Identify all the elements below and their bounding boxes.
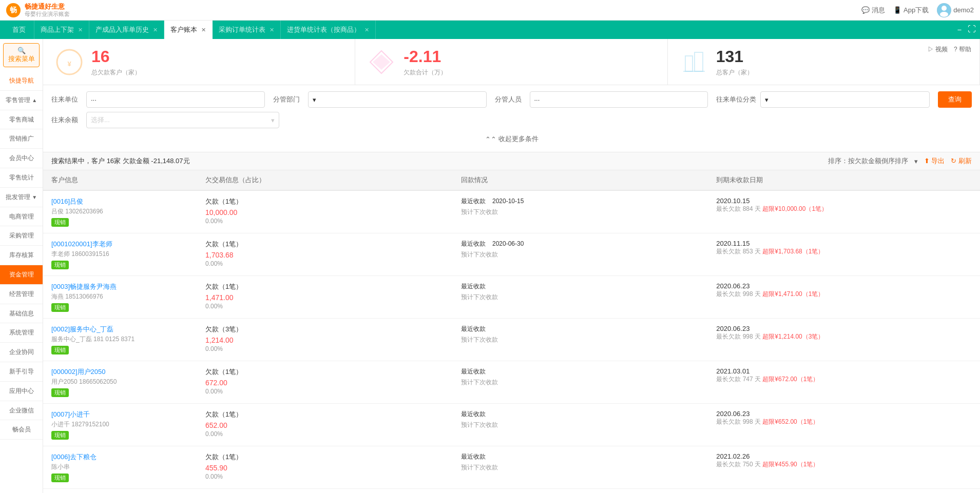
sidebar-item-wechat[interactable]: 企业微信 <box>0 401 43 421</box>
tab-customer-account[interactable]: 客户账本 ✕ <box>164 21 213 39</box>
tab-production-history-close[interactable]: ✕ <box>153 27 158 33</box>
tab-goods-stats-label: 进货单统计表（按商品） <box>287 25 360 34</box>
sidebar-item-operations[interactable]: 经营管理 <box>0 285 43 304</box>
overdue-amount-4[interactable]: 超限¥672.00（1笔） <box>762 376 819 383</box>
filter-department: 分管部门 ▾ <box>273 91 487 108</box>
sidebar-item-apps[interactable]: 应用中心 <box>0 382 43 401</box>
tab-bar: 首页 商品上下架 ✕ 产成品入库单历史 ✕ 客户账本 ✕ 采购订单统计表 ✕ 进… <box>0 21 980 39</box>
debt-amount-4: 672.00 <box>205 379 461 387</box>
tab-product-onoff[interactable]: 商品上下架 ✕ <box>34 21 89 39</box>
help-btn[interactable]: ? 帮助 <box>954 45 971 54</box>
user-avatar[interactable]: demo2 <box>937 3 974 17</box>
debt-amount-6: 455.90 <box>205 464 461 472</box>
filter-manager-input[interactable]: ··· <box>530 91 708 108</box>
refresh-btn[interactable]: ↻ 刷新 <box>951 156 972 166</box>
customer-sub-5: 小进千 18279152100 <box>51 420 205 429</box>
export-btn[interactable]: ⬆ 导出 <box>924 156 945 166</box>
building-icon <box>680 48 708 76</box>
customer-sub-3: 服务中心_丁磊 181 0125 8371 <box>51 335 205 344</box>
sidebar-item-quick-nav[interactable]: 快捷导航 <box>0 71 43 91</box>
customer-info-5: [0007]小进千 小进千 18279152100 现销 <box>51 410 205 440</box>
tab-purchase-stats-close[interactable]: ✕ <box>270 27 274 33</box>
sidebar-item-purchase[interactable]: 采购管理 <box>0 226 43 246</box>
customer-name-2[interactable]: [0003]畅捷服务尹海燕 <box>51 282 205 291</box>
overdue-amount-3[interactable]: 超限¥1,214.00（3笔） <box>762 333 824 340</box>
search-menu-btn[interactable]: 🔍 搜索菜单 <box>3 43 40 67</box>
sidebar-item-retail-stats[interactable]: 零售统计 <box>0 168 43 188</box>
table-container: 客户信息 欠交易信息（占比） 回款情况 到期未收款日期 [0016]吕俊 吕俊 … <box>43 170 980 493</box>
next-collect-3: 预计下次收款 <box>461 336 717 344</box>
svg-rect-8 <box>695 52 703 71</box>
overdue-amount-5[interactable]: 超限¥652.00（1笔） <box>762 418 819 425</box>
sidebar-item-retail-store[interactable]: 零售商城 <box>0 110 43 130</box>
video-btn[interactable]: ▷ 视频 <box>928 45 948 54</box>
collapse-btn[interactable]: ⌃⌃ 收起更多条件 <box>51 132 972 146</box>
filter-partner-input[interactable]: ··· <box>86 91 265 108</box>
debt-count-1: 欠款（1笔） <box>205 240 461 249</box>
next-collect-0: 预计下次收款 <box>461 208 717 216</box>
tab-purchase-stats[interactable]: 采购订单统计表 ✕ <box>213 21 281 39</box>
customer-name-6[interactable]: [0006]去下粮仓 <box>51 452 205 462</box>
tab-goods-stats-close[interactable]: ✕ <box>364 27 369 33</box>
col-header-debt: 欠交易信息（占比） <box>205 175 461 185</box>
stat-top-actions: ▷ 视频 ? 帮助 <box>928 45 971 54</box>
avatar-image <box>937 3 951 17</box>
due-info-2: 2020.06.23 最长欠款 998 天 超限¥1,471.00（1笔） <box>716 282 972 299</box>
overdue-amount-0[interactable]: 超限¥10,000.00（1笔） <box>762 205 828 212</box>
tab-production-history[interactable]: 产成品入库单历史 ✕ <box>89 21 164 39</box>
sidebar-item-retail-mgmt[interactable]: 零售管理 ▲ <box>0 91 43 110</box>
debt-customer-count: 16 <box>91 47 141 66</box>
query-button[interactable]: 查询 <box>938 91 972 108</box>
message-btn[interactable]: 💬 消息 <box>861 6 885 15</box>
svg-text:¥: ¥ <box>67 60 71 68</box>
sidebar-item-marketing[interactable]: 营销推广 <box>0 129 43 149</box>
tab-goods-stats[interactable]: 进货单统计表（按商品） ✕ <box>281 21 376 39</box>
overdue-amount-1[interactable]: 超限¥1,703.68（1笔） <box>762 248 824 255</box>
debt-customer-label: 总欠款客户（家） <box>91 68 141 77</box>
filter-balance-select[interactable]: 选择... ▾ <box>86 112 279 128</box>
sort-arrow-icon: ▾ <box>914 157 918 165</box>
sidebar-item-member[interactable]: 会员中心 <box>0 149 43 168</box>
filter-category-input[interactable]: ▾ <box>760 91 930 108</box>
sidebar-item-guide[interactable]: 新手引导 <box>0 362 43 382</box>
message-icon: 💬 <box>861 6 870 14</box>
customer-name-3[interactable]: [0002]服务中心_丁磊 <box>51 325 205 334</box>
filter-dept-label: 分管部门 <box>273 95 304 104</box>
sidebar-item-member2[interactable]: 畅会员 <box>0 420 43 440</box>
diamond-icon <box>368 48 395 76</box>
customer-name-0[interactable]: [0016]吕俊 <box>51 197 205 206</box>
debt-amount-0: 10,000.00 <box>205 208 461 216</box>
customer-name-4[interactable]: [000002]用户2050 <box>51 367 205 377</box>
customer-name-5[interactable]: [0007]小进千 <box>51 410 205 419</box>
sidebar-item-wholesale[interactable]: 批发管理 ▼ <box>0 188 43 207</box>
customer-info-2: [0003]畅捷服务尹海燕 海燕 18513066976 现销 <box>51 282 205 312</box>
due-info-6: 2021.02.26 最长欠款 750 天 超限¥455.90（1笔） <box>716 452 972 469</box>
filter-manager: 分管人员 ··· <box>495 91 708 108</box>
customer-info-1: [0001020001]李老师 李老师 18600391516 现销 <box>51 240 205 269</box>
sort-label[interactable]: 排序：按欠款金额倒序排序 <box>828 156 908 166</box>
sidebar-item-inventory[interactable]: 库存核算 <box>0 246 43 265</box>
tab-product-onoff-close[interactable]: ✕ <box>78 27 83 33</box>
customer-name-1[interactable]: [0001020001]李老师 <box>51 240 205 249</box>
sidebar-item-basic-info[interactable]: 基础信息 <box>0 304 43 324</box>
sidebar-item-system[interactable]: 系统管理 <box>0 323 43 343</box>
debt-amount-3: 1,214.00 <box>205 336 461 344</box>
tab-home[interactable]: 首页 <box>4 21 34 39</box>
filter-dept-input[interactable]: ▾ <box>308 91 487 108</box>
tab-minimize-icon[interactable]: － <box>955 25 964 35</box>
tag-xian-3: 现销 <box>51 346 69 354</box>
main-layout: 🔍 搜索菜单 快捷导航 零售管理 ▲ 零售商城 营销推广 会员中心 零售统计 批… <box>0 39 980 493</box>
sidebar-item-collab[interactable]: 企业协同 <box>0 343 43 362</box>
stat-card-debt-total: -2.11 欠款合计（万） <box>355 39 667 85</box>
sidebar-item-finance[interactable]: 资金管理 <box>0 265 43 285</box>
tab-fullscreen-icon[interactable]: ⛶ <box>968 25 976 35</box>
next-collect-2: 预计下次收款 <box>461 293 717 302</box>
app-download-btn[interactable]: 📱 App下载 <box>893 6 929 15</box>
sidebar-item-ecommerce[interactable]: 电商管理 <box>0 207 43 227</box>
debt-count-2: 欠款（1笔） <box>205 282 461 291</box>
overdue-amount-6[interactable]: 超限¥455.90（1笔） <box>762 461 819 468</box>
overdue-amount-2[interactable]: 超限¥1,471.00（1笔） <box>762 290 824 298</box>
filter-manager-label: 分管人员 <box>495 95 526 104</box>
table-row: [0002]服务中心_丁磊 服务中心_丁磊 181 0125 8371 现销 欠… <box>43 319 980 361</box>
tab-customer-account-close[interactable]: ✕ <box>201 27 206 33</box>
